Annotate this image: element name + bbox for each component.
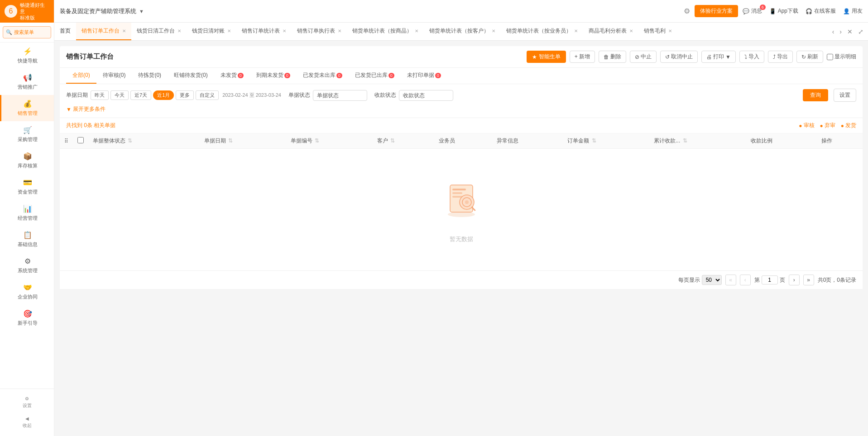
sidebar-item-sales[interactable]: 💰 销售管理 [0,95,54,121]
th-staff: 业务员 [434,133,492,149]
tab-close-sales-stats-customer[interactable]: ✕ [492,28,495,33]
status-sort-icon[interactable]: ⇅ [128,137,132,144]
expand-conditions-btn[interactable]: ▼ 展开更多条件 [66,105,106,113]
date-recent7-btn[interactable]: 近7天 [130,90,151,100]
sidebar-item-basic[interactable]: 📋 基础信息 [0,226,54,252]
tab-sales-stats-customer[interactable]: 销货单统计表（按客户） ✕ [424,23,501,40]
cancel-suspend-button[interactable]: ↺ 取消中止 [660,51,698,63]
tab-close-margin-analysis[interactable]: ✕ [629,28,633,33]
date-yesterday-btn[interactable]: 昨天 [91,90,109,100]
tab-cash-daily[interactable]: 钱货日清工作台 ✕ [131,23,187,40]
smart-gen-button[interactable]: ★ 智能生单 [527,51,566,63]
reject-op-btn[interactable]: ● 弃审 [820,122,835,129]
sub-tab-not-printed[interactable]: 未打印单据0 [401,68,447,84]
pagination-last-btn[interactable]: » [803,275,814,285]
tab-sales-stats[interactable]: 销售订单统计表 ✕ [236,23,292,40]
industry-plan-button[interactable]: 体验行业方案 [695,5,738,17]
tabs-maximize-btn[interactable]: ⤢ [856,27,865,36]
sidebar-item-purchase[interactable]: 🛒 采购管理 [0,121,54,147]
status-select[interactable]: 单据状态 [313,90,367,101]
tab-close-sales-workbench[interactable]: ✕ [122,28,126,33]
sidebar-item-finance[interactable]: 💳 资金管理 [0,174,54,200]
payment-select[interactable]: 收款状态 [399,90,453,101]
sub-tab-all[interactable]: 全部(0) [66,68,96,84]
query-button[interactable]: 查询 [803,89,828,101]
number-sort-icon[interactable]: ⇅ [315,137,319,144]
ship-op-btn[interactable]: ● 发货 [841,122,856,129]
app-download-btn[interactable]: 📱 App下载 [769,7,798,15]
select-all-checkbox[interactable] [77,137,84,143]
tab-close-sales-stats-product[interactable]: ✕ [415,28,418,33]
online-service-btn[interactable]: 🎧 在线客服 [806,7,836,15]
sidebar-item-quick-nav[interactable]: ⚡ 快捷导航 [0,43,54,69]
sidebar-search-area: 🔍 搜索菜单 [0,23,54,43]
sidebar-logo[interactable]: 6 畅捷通好生意 标准版 [0,0,54,23]
tabs-close-all-btn[interactable]: ✕ [845,27,854,36]
review-op-btn[interactable]: ● 审核 [799,122,814,129]
sub-tab-pending-pickup[interactable]: 待拣货(0) [132,68,168,84]
sub-tab-wangpu-pending[interactable]: 旺铺待发货(0) [168,68,214,84]
sub-tab-shipped-out[interactable]: 已发货已出库0 [349,68,401,84]
search-menu-button[interactable]: 🔍 搜索菜单 [3,26,51,38]
new-button[interactable]: + 新增 [570,51,595,63]
topbar: 装备及固定资产辅助管理系统 ▼ ⚙ 体验行业方案 💬 消息 6 📱 App下载 … [54,0,868,23]
pagination-first-btn[interactable]: « [725,275,736,285]
message-btn[interactable]: 💬 消息 6 [743,7,762,15]
tab-close-cash-daily[interactable]: ✕ [177,28,181,33]
tab-home[interactable]: 首页 [54,23,76,40]
pagination-next-btn[interactable]: › [789,275,800,285]
print-button[interactable]: 🖨 打印 ▼ [701,51,736,63]
system-dropdown-icon[interactable]: ▼ [139,9,144,14]
filter-setting-button[interactable]: 设置 [834,89,856,102]
tab-close-sales-stats[interactable]: ✕ [283,28,286,33]
table-scroll-area[interactable]: ⠿ 单据整体状态 ⇅ 单据日期 ⇅ [60,133,863,270]
sidebar-item-operation[interactable]: 📊 经营管理 [0,200,54,226]
customer-sort-icon[interactable]: ⇅ [390,137,395,144]
tab-sales-workbench[interactable]: 销售订单工作台 ✕ [76,23,131,40]
sidebar-item-enterprise[interactable]: 🤝 企业协同 [0,279,54,305]
date-sort-icon[interactable]: ⇅ [228,137,233,144]
delete-button[interactable]: 🗑 删除 [599,51,626,63]
tabs-scroll-left-btn[interactable]: ‹ [830,27,836,36]
tab-close-cash-reconcile[interactable]: ✕ [227,28,231,33]
tab-sales-exec[interactable]: 销售订单执行表 ✕ [292,23,347,40]
tab-sales-stats-staff[interactable]: 销货单统计表（按业务员） ✕ [501,23,583,40]
tab-margin-analysis[interactable]: 商品毛利分析表 ✕ [583,23,638,40]
sub-tab-overdue-not-shipped[interactable]: 到期未发货0 [250,68,297,84]
tab-close-sales-stats-staff[interactable]: ✕ [574,28,578,33]
sub-tab-shipped-not-out[interactable]: 已发货未出库0 [297,68,349,84]
show-detail-checkbox[interactable] [827,54,833,60]
service-icon: 🎧 [806,8,812,14]
pagination-prev-btn[interactable]: ‹ [740,275,751,285]
tab-sales-profit[interactable]: 销售毛利 ✕ [638,23,677,40]
date-today-btn[interactable]: 今天 [110,90,129,100]
status-filter: 单据状态 单据状态 [288,90,367,101]
refresh-button[interactable]: ↻ 刷新 [796,51,823,63]
topbar-settings-icon[interactable]: ⚙ [684,7,690,15]
collected-sort-icon[interactable]: ⇅ [683,137,687,144]
sidebar-collapse-btn[interactable]: ◀ 收起 [0,412,54,432]
date-more-btn[interactable]: 更多 [176,90,194,100]
suspend-button[interactable]: ⊘ 中止 [630,51,657,63]
tab-close-sales-profit[interactable]: ✕ [668,28,672,33]
purchase-icon: 🛒 [23,126,32,134]
user-btn[interactable]: 👤 用友 [843,7,863,15]
sidebar-item-inventory[interactable]: 📦 库存核算 [0,147,54,174]
per-page-select[interactable]: 50 [702,275,722,285]
page-input[interactable] [762,275,778,284]
tab-cash-reconcile[interactable]: 钱货日清对账 ✕ [187,23,236,40]
tabs-scroll-right-btn[interactable]: › [838,27,844,36]
sidebar-settings-btn[interactable]: ⚙ 设置 [0,393,54,412]
amount-sort-icon[interactable]: ⇅ [592,137,596,144]
sub-tab-pending-review[interactable]: 待审核(0) [96,68,132,84]
sidebar-item-system[interactable]: ⚙ 系统管理 [0,252,54,279]
sidebar-item-marketing[interactable]: 📢 营销推广 [0,69,54,95]
export-button[interactable]: ⤴ 导出 [768,51,793,63]
date-custom-btn[interactable]: 自定义 [196,90,219,100]
import-button[interactable]: ⤵ 导入 [739,51,764,63]
sidebar-item-newbie[interactable]: 🎯 新手引导 [0,305,54,331]
tab-close-sales-exec[interactable]: ✕ [338,28,341,33]
tab-sales-stats-product[interactable]: 销货单统计表（按商品） ✕ [347,23,424,40]
sub-tab-not-shipped[interactable]: 未发货0 [214,68,250,84]
date-recent1month-btn[interactable]: 近1月 [153,90,174,100]
